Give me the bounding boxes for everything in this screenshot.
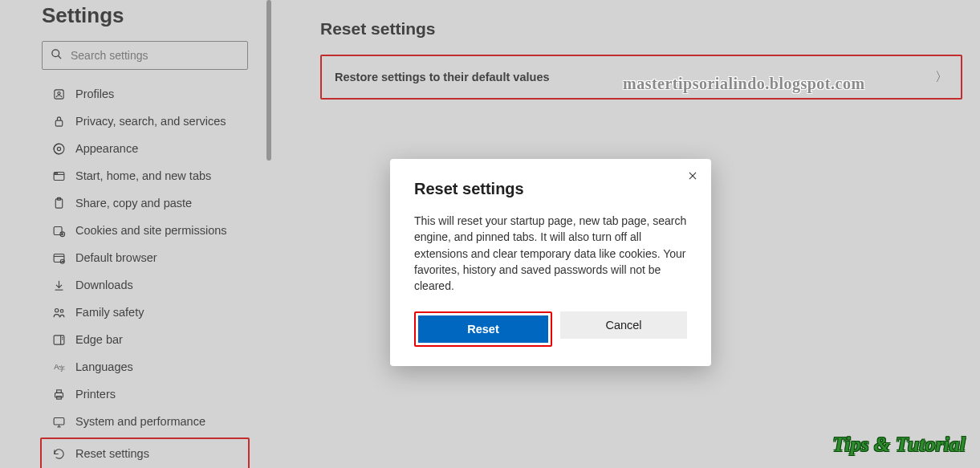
- sidebar-item-label: Appearance: [75, 142, 138, 155]
- sidebar-item-share[interactable]: Share, copy and paste: [42, 190, 248, 216]
- svg-rect-30: [56, 389, 61, 393]
- sidebar-item-edge-bar[interactable]: Edge bar: [42, 327, 248, 352]
- restore-defaults-label: Restore settings to their default values: [335, 71, 550, 83]
- sidebar-item-label: Default browser: [75, 251, 157, 264]
- svg-point-3: [57, 92, 59, 94]
- download-icon: [50, 279, 67, 292]
- page-title: Settings: [42, 3, 248, 28]
- lock-icon: [50, 115, 67, 128]
- sidebar-item-cookies[interactable]: Cookies and site permissions: [42, 218, 248, 243]
- svg-line-1: [59, 55, 62, 59]
- chevron-right-icon: 〉: [935, 69, 948, 86]
- highlight-reset-settings: Reset settings: [40, 437, 250, 468]
- dialog-title: Reset settings: [414, 180, 687, 198]
- sidebar-item-label: Family safety: [75, 306, 144, 319]
- reset-button[interactable]: Reset: [418, 315, 548, 343]
- permissions-icon: [50, 224, 67, 238]
- svg-point-22: [60, 309, 63, 312]
- sidebar-item-privacy[interactable]: Privacy, search, and services: [42, 108, 248, 134]
- search-icon: [51, 48, 63, 63]
- sidebar-item-label: Downloads: [75, 279, 133, 291]
- sidebar-item-label: Profiles: [75, 87, 114, 100]
- system-icon: [50, 415, 67, 429]
- sidebar-item-label: Share, copy and paste: [75, 197, 192, 210]
- edge-bar-icon: [50, 333, 67, 347]
- highlight-reset-button: Reset: [414, 311, 552, 347]
- browser-icon: [50, 251, 67, 265]
- brand-logo-text: Tips & Tutorial: [832, 433, 966, 457]
- sidebar-item-label: Start, home, and new tabs: [75, 169, 211, 182]
- dialog-body: This will reset your startup page, new t…: [414, 213, 687, 294]
- appearance-icon: [50, 142, 67, 156]
- svg-rect-23: [54, 335, 64, 344]
- settings-nav: Profiles Privacy, search, and services A…: [42, 81, 248, 468]
- sidebar-item-label: System and performance: [75, 415, 205, 428]
- sidebar-item-profiles[interactable]: Profiles: [42, 81, 248, 107]
- sidebar-item-label: Languages: [75, 360, 133, 373]
- sidebar-item-languages[interactable]: A字 Languages: [42, 354, 248, 380]
- reset-icon: [50, 447, 67, 461]
- svg-point-6: [57, 147, 60, 150]
- profile-icon: [50, 87, 67, 101]
- svg-rect-32: [54, 417, 64, 425]
- sidebar-item-reset-settings[interactable]: Reset settings: [42, 441, 248, 466]
- reset-settings-dialog: Reset settings This will reset your star…: [390, 159, 711, 366]
- svg-rect-9: [55, 173, 57, 174]
- tab-icon: [50, 169, 67, 183]
- printer-icon: [50, 388, 67, 401]
- sidebar-item-label: Printers: [75, 388, 116, 401]
- search-input[interactable]: [71, 49, 239, 62]
- sidebar-item-downloads[interactable]: Downloads: [42, 272, 248, 298]
- sidebar-item-label: Edge bar: [75, 333, 123, 346]
- svg-rect-4: [55, 120, 63, 126]
- clipboard-icon: [50, 197, 67, 210]
- sidebar-item-appearance[interactable]: Appearance: [42, 136, 248, 161]
- section-title: Reset settings: [320, 19, 962, 39]
- sidebar-item-label: Cookies and site permissions: [75, 224, 227, 237]
- settings-sidebar: Settings Profiles Privacy, search, and s…: [0, 0, 258, 468]
- svg-point-0: [52, 49, 59, 56]
- languages-icon: A字: [50, 360, 67, 374]
- sidebar-item-label: Privacy, search, and services: [75, 115, 226, 128]
- sidebar-item-family[interactable]: Family safety: [42, 299, 248, 325]
- watermark-text: mastertipsorialindo.blogspot.com: [623, 75, 865, 93]
- sidebar-item-system[interactable]: System and performance: [42, 409, 248, 434]
- cancel-button[interactable]: Cancel: [560, 311, 687, 339]
- svg-rect-16: [54, 254, 64, 262]
- sidebar-item-default-browser[interactable]: Default browser: [42, 245, 248, 271]
- sidebar-item-label: Reset settings: [75, 447, 149, 460]
- sidebar-item-printers[interactable]: Printers: [42, 381, 248, 407]
- close-icon[interactable]: [687, 170, 698, 184]
- family-icon: [50, 306, 67, 319]
- sidebar-scrollbar[interactable]: [266, 0, 271, 161]
- search-settings-field[interactable]: [42, 41, 248, 70]
- svg-point-21: [55, 308, 58, 311]
- svg-text:字: 字: [58, 365, 64, 372]
- sidebar-item-start[interactable]: Start, home, and new tabs: [42, 163, 248, 189]
